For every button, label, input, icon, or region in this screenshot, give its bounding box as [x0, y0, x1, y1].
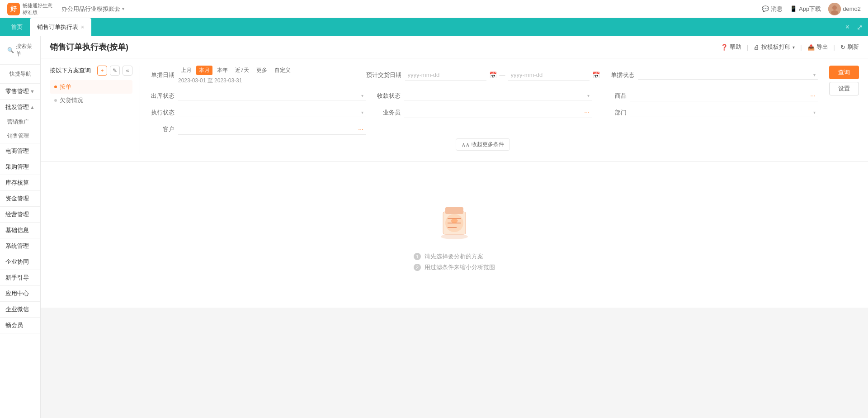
sidebar-appcenter-label: 应用中心	[5, 290, 29, 298]
query-btn[interactable]: 查询	[829, 66, 859, 79]
edit-scheme-btn[interactable]: ✎	[110, 66, 120, 76]
sidebar-group-purchase[interactable]: 采购管理	[0, 159, 40, 175]
sidebar-group-collab[interactable]: 企业协同	[0, 254, 40, 270]
product-picker-btn[interactable]: ···	[810, 92, 816, 99]
calendar-icon-start[interactable]: 📅	[489, 71, 497, 79]
sidebar-section-system: 系统管理	[0, 238, 40, 254]
sidebar-item-quick-nav[interactable]: 快捷导航	[0, 66, 40, 81]
sidebar-finance-label: 资金管理	[5, 195, 29, 203]
chevron-down-icon: ▾	[122, 6, 124, 11]
empty-tip-1: 1 请先选择要分析的方案	[414, 252, 495, 261]
empty-tip-2: 2 用过滤条件来缩小分析范围	[414, 263, 495, 271]
product-label: 商品	[599, 92, 627, 100]
refresh-btn[interactable]: ↻ 刷新	[840, 43, 859, 51]
sidebar-section-retail: 零售管理 ▼	[0, 84, 40, 100]
tab-home[interactable]: 首页	[4, 18, 30, 36]
sidebar-group-wholesale[interactable]: 批发管理 ▲	[0, 100, 40, 115]
sidebar-group-retail[interactable]: 零售管理 ▼	[0, 84, 40, 99]
sidebar-guide-label: 新手引导	[5, 274, 29, 282]
filter-area: 按以下方案查询 + ✎ « 按单 欠货情况	[41, 58, 868, 162]
date-tabs: 上月 本月 本年 近7天 更多 自定义	[178, 66, 359, 75]
scheme-item-by-order[interactable]: 按单	[50, 80, 132, 94]
tab-close-icon[interactable]: ×	[81, 24, 84, 30]
sidebar-group-finance[interactable]: 资金管理	[0, 191, 40, 206]
tab-bar: 首页 销售订单执行表 × × ⤢	[0, 18, 868, 36]
sidebar-section-member: 畅会员	[0, 318, 40, 333]
refresh-icon: ↻	[840, 44, 845, 51]
sidebar-group-member[interactable]: 畅会员	[0, 318, 40, 333]
sidebar-operation-label: 经营管理	[5, 210, 29, 218]
exec-status-select[interactable]: ▾	[178, 108, 366, 117]
payment-select[interactable]: ▾	[404, 91, 592, 100]
exec-status-chevron-icon: ▾	[361, 110, 363, 115]
tab-bar-actions: × ⤢	[844, 21, 864, 33]
scheme-inactive-dot	[54, 99, 57, 102]
collapse-scheme-btn[interactable]: «	[123, 66, 132, 76]
filter-field-salesperson: 业务员 ···	[373, 107, 592, 118]
add-scheme-btn[interactable]: +	[97, 66, 107, 76]
customer-picker-btn[interactable]: ···	[358, 125, 363, 133]
sidebar-item-sales[interactable]: 销售管理	[0, 129, 40, 143]
sidebar-group-operation[interactable]: 经营管理	[0, 207, 40, 222]
date-tab-current-month[interactable]: 本月	[196, 66, 212, 75]
sidebar-group-inventory[interactable]: 库存核算	[0, 175, 40, 190]
sidebar-group-appcenter[interactable]: 应用中心	[0, 286, 40, 301]
department-select[interactable]: ▾	[630, 108, 818, 117]
help-btn[interactable]: ❓ 帮助	[721, 43, 741, 51]
shipment-select[interactable]: ▾	[178, 91, 366, 100]
page-header-actions: ❓ 帮助 | 🖨 按模板打印 ▾ | 📤 导出 | ↻ 刷新	[721, 43, 859, 57]
empty-illustration	[432, 198, 477, 243]
sidebar-wholesale-label: 批发管理	[5, 103, 29, 111]
date-tab-7days[interactable]: 近7天	[232, 66, 252, 75]
collapse-btn-label: 收起更多条件	[472, 141, 504, 148]
date-tab-prev-month[interactable]: 上月	[178, 66, 194, 75]
export-label: 导出	[816, 43, 828, 51]
export-icon: 📤	[807, 44, 815, 51]
tab-sales-order[interactable]: 销售订单执行表 ×	[30, 18, 91, 36]
salesperson-label: 业务员	[373, 109, 401, 117]
delivery-date-end[interactable]	[508, 70, 590, 81]
filter-field-product: 商品 ···	[599, 90, 818, 101]
app-download-btn[interactable]: 📱 App下载	[790, 5, 821, 13]
logo-icon: 好	[7, 3, 20, 15]
order-status-select[interactable]: ▾	[638, 71, 819, 80]
sidebar-collab-label: 企业协同	[5, 258, 29, 266]
scheme-active-dot	[54, 86, 57, 88]
sidebar-section-finance: 资金管理	[0, 191, 40, 207]
export-btn[interactable]: 📤 导出	[807, 43, 828, 51]
filter-field-payment: 收款状态 ▾	[373, 91, 592, 100]
sidebar-wechat-label: 企业微信	[5, 305, 29, 314]
settings-btn[interactable]: 设置	[829, 82, 859, 95]
date-tab-year[interactable]: 本年	[214, 66, 231, 75]
salesperson-picker-btn[interactable]: ···	[584, 109, 590, 116]
sidebar-search-item[interactable]: 🔍 搜索菜单	[4, 40, 37, 61]
main-layout: 🔍 搜索菜单 快捷导航 零售管理 ▼ 批发管理 ▲ 营销推广	[0, 36, 868, 418]
filter-row-4: 客户 ···	[147, 124, 818, 135]
date-tab-custom[interactable]: 自定义	[272, 66, 293, 75]
sidebar-group-basic[interactable]: 基础信息	[0, 223, 40, 238]
sidebar-quick-nav-label: 快捷导航	[9, 70, 31, 78]
sidebar-group-system[interactable]: 系统管理	[0, 238, 40, 254]
calendar-icon-end[interactable]: 📅	[592, 71, 600, 79]
app-dropdown[interactable]: 办公用品行业模拟账套 ▾	[61, 5, 762, 13]
collapse-conditions-btn[interactable]: ∧∧ 收起更多条件	[456, 138, 510, 151]
sidebar-group-ecommerce[interactable]: 电商管理	[0, 143, 40, 159]
user-info[interactable]: demo2	[828, 3, 861, 15]
delivery-date-start[interactable]	[405, 70, 486, 81]
sidebar-group-guide[interactable]: 新手引导	[0, 270, 40, 285]
date-tab-more[interactable]: 更多	[254, 66, 270, 75]
delivery-date-inputs: 📅 — 📅	[405, 70, 600, 81]
close-window-btn[interactable]: ×	[844, 21, 851, 33]
scheme-item-shortage[interactable]: 欠货情况	[50, 94, 132, 107]
app-download-label: App下载	[799, 5, 821, 13]
sidebar-item-marketing[interactable]: 营销推广	[0, 115, 40, 129]
print-label: 按模板打印	[761, 43, 791, 51]
exec-status-label: 执行状态	[147, 109, 175, 117]
scheme-label-by-order: 按单	[60, 83, 71, 91]
print-btn[interactable]: 🖨 按模板打印 ▾	[754, 43, 795, 51]
message-btn[interactable]: 💬 消息	[762, 5, 783, 13]
expand-window-btn[interactable]: ⤢	[855, 21, 864, 33]
page-title: 销售订单执行表(按单)	[50, 42, 128, 58]
search-icon: 🔍	[7, 47, 14, 53]
sidebar-group-wechat[interactable]: 企业微信	[0, 302, 40, 317]
